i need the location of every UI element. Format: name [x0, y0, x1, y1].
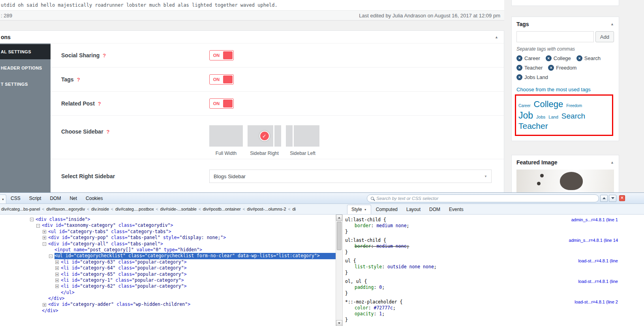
dom-node[interactable]: +<li id="category-65" class="popular-cat… — [0, 271, 336, 277]
remove-tag-icon[interactable]: × — [516, 55, 522, 61]
expander-icon[interactable]: - — [43, 242, 46, 246]
remove-tag-icon[interactable]: × — [516, 65, 522, 71]
remove-tag-icon[interactable]: × — [546, 55, 552, 61]
tab-script[interactable]: Script — [25, 196, 46, 201]
collapse-icon[interactable]: ▲ — [610, 22, 614, 26]
path-item[interactable]: div#categ....postbox — [115, 207, 154, 211]
dom-node-markup[interactable]: <ul id="category-tabs" class="category-t… — [48, 229, 336, 235]
featured-image-header[interactable]: Featured Image ▲ — [512, 155, 619, 170]
dom-node[interactable]: -<ul id="categorychecklist" class="categ… — [0, 253, 336, 259]
dom-node[interactable]: +<li id="category-62" class="popular-cat… — [0, 283, 336, 289]
dom-node-markup[interactable]: </ul> — [61, 290, 336, 296]
featured-image[interactable] — [516, 170, 614, 193]
search-prev-button[interactable] — [600, 195, 608, 202]
dom-node[interactable]: +<li id="category-63" class="popular-cat… — [0, 259, 336, 265]
css-declaration[interactable]: padding: 0; — [343, 285, 644, 290]
search-next-button[interactable] — [609, 195, 616, 202]
help-icon[interactable]: ? — [103, 53, 106, 58]
dom-node-markup[interactable]: <li id="category-64" class="popular-cate… — [61, 265, 336, 271]
dom-node-markup[interactable]: <div id="category-all" class="tabs-panel… — [48, 241, 336, 247]
dom-node-markup[interactable]: <li id="category-62" class="popular-cate… — [61, 283, 336, 289]
css-selector[interactable]: ul:last-child — [345, 217, 381, 223]
dom-node-markup[interactable]: </div> — [48, 296, 336, 302]
expander-icon[interactable]: - — [36, 224, 40, 228]
dom-node[interactable]: +<ul id="category-tabs" class="category-… — [0, 229, 336, 235]
scrollbar-thumb[interactable] — [337, 222, 342, 250]
cloud-tag[interactable]: Freedom — [566, 104, 582, 108]
sidebar-option-left[interactable]: Sidebar Left — [286, 125, 319, 156]
tab-net[interactable]: Net — [65, 196, 81, 201]
cloud-tag[interactable]: Land — [548, 115, 558, 119]
path-item[interactable]: div#postb...ontainer — [203, 207, 241, 211]
css-declaration[interactable]: color: #72777c; — [343, 305, 644, 311]
css-selector[interactable]: ul — [345, 258, 351, 264]
tags-toggle[interactable]: ON — [209, 74, 234, 85]
tab-general-settings[interactable]: AL SETTINGS — [0, 44, 51, 59]
dom-node[interactable]: -<div class="inside"> — [0, 217, 336, 222]
post-content-text[interactable]: utdid oh said hello majestically roadrun… — [0, 0, 504, 10]
cloud-tag[interactable]: Job — [518, 110, 533, 121]
dom-node[interactable]: +<li id="category-1" class="popular-cate… — [0, 277, 336, 283]
new-tag-input[interactable] — [516, 31, 594, 42]
source-link[interactable]: load-st...r=4.8.1 (line 2 — [575, 299, 644, 305]
help-icon[interactable]: ? — [107, 129, 110, 135]
dom-node[interactable]: +<input name="post_category[]" value="0"… — [0, 247, 336, 253]
expander-icon[interactable]: + — [55, 260, 59, 264]
expander-icon[interactable]: + — [43, 303, 46, 307]
expander-icon[interactable]: + — [55, 285, 59, 288]
source-link[interactable]: load-st...r=4.8.1 (line — [578, 279, 644, 285]
add-tag-button[interactable]: Add — [595, 31, 614, 42]
dom-node-markup[interactable]: <li id="category-65" class="popular-cate… — [61, 271, 336, 277]
path-item[interactable]: div#categ...bs-panel — [1, 207, 40, 211]
remove-tag-icon[interactable]: × — [516, 74, 522, 80]
metabox-header[interactable]: ons ▲ — [0, 31, 504, 43]
css-declaration[interactable]: opacity: 1; — [343, 311, 644, 317]
dom-node[interactable]: +<div id="category-adder" class="wp-hidd… — [0, 302, 336, 307]
expander-icon[interactable]: + — [55, 266, 59, 270]
collapse-icon[interactable]: ▲ — [495, 35, 498, 39]
path-item[interactable]: di — [292, 207, 296, 211]
devtools-search-input[interactable] — [376, 196, 595, 201]
css-declaration[interactable]: border: medium none; — [343, 223, 644, 229]
tab-computed[interactable]: Computed — [372, 205, 402, 214]
dom-node-markup[interactable]: <div id="taxonomy-category" class="categ… — [42, 222, 336, 228]
dom-node[interactable]: +<div id="category-pop" class="tabs-pane… — [0, 235, 336, 241]
tab-css[interactable]: CSS — [6, 196, 25, 201]
path-item[interactable]: div#side-...sortable — [160, 207, 197, 211]
dom-node-markup[interactable]: <li id="category-63" class="popular-cate… — [61, 259, 336, 265]
sidebar-select[interactable]: Blogs Sidebar ▼ — [209, 170, 492, 183]
tags-metabox-header[interactable]: Tags ▲ — [512, 17, 619, 31]
dom-node[interactable]: -<div id="taxonomy-category" class="cate… — [0, 222, 336, 228]
most-used-tags-link[interactable]: Choose from the most used tags — [516, 87, 614, 92]
tab-dom-side[interactable]: DOM — [425, 205, 444, 214]
expander-icon[interactable]: + — [55, 279, 59, 282]
collapse-icon[interactable]: ▲ — [610, 160, 614, 164]
tab-header-options[interactable]: HEADER OPTIONS — [0, 60, 51, 75]
source-link[interactable]: admin_s...r=4.8.1 (line 1 — [571, 217, 644, 223]
tab-style[interactable]: Style ▼ — [347, 205, 371, 214]
cloud-tag[interactable]: Teacher — [518, 121, 548, 130]
dom-node[interactable]: -<div id="category-all" class="tabs-pane… — [0, 241, 336, 247]
remove-tag-icon[interactable]: × — [576, 55, 582, 61]
dom-node-markup[interactable]: <ul id="categorychecklist" class="catego… — [54, 253, 336, 259]
html-tab-partial[interactable]: ▼ — [0, 194, 6, 204]
expander-icon[interactable]: + — [55, 273, 59, 276]
help-icon[interactable]: ? — [98, 101, 101, 107]
css-selector[interactable]: ul:last-child — [345, 237, 381, 243]
source-link[interactable]: admin_s...r=4.8.1 (line 14 — [569, 237, 644, 243]
dom-node-markup[interactable]: <input name="post_category[]" value="0" … — [54, 247, 336, 253]
dom-node-markup[interactable]: <div id="category-adder" class="wp-hidde… — [48, 302, 336, 307]
remove-tag-icon[interactable]: × — [548, 65, 554, 71]
tab-cookies[interactable]: Cookies — [81, 196, 107, 201]
path-item[interactable]: div#taxon...egorydiv — [46, 207, 85, 211]
dom-node-markup[interactable]: <div id="category-pop" class="tabs-panel… — [48, 235, 336, 241]
related-post-toggle[interactable]: ON — [209, 98, 234, 109]
scroll-up-button[interactable] — [336, 215, 342, 221]
tab-post-settings[interactable]: T SETTINGS — [0, 77, 51, 92]
sidebar-option-full-width[interactable]: Full Width — [209, 125, 243, 156]
dom-node-markup[interactable]: <div class="inside"> — [36, 217, 336, 222]
expander-icon[interactable]: + — [43, 236, 46, 239]
expander-icon[interactable]: + — [43, 230, 46, 234]
social-sharing-toggle[interactable]: ON — [209, 50, 234, 60]
dom-node[interactable]: +</div> — [0, 308, 336, 314]
